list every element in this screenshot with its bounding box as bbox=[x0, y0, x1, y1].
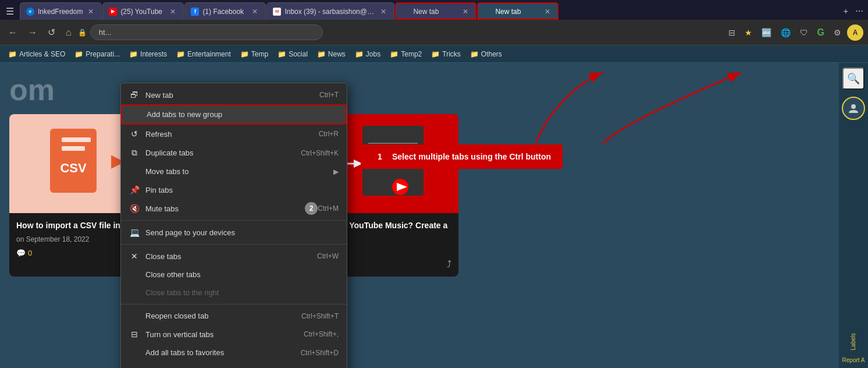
bookmark-news[interactable]: 📁 News bbox=[314, 48, 349, 60]
menu-item-pin-tabs-label: Pin tabs bbox=[145, 186, 173, 194]
bookmark-temp[interactable]: 📁 Temp bbox=[237, 48, 272, 60]
bookmark-jobs-label: Jobs bbox=[366, 50, 380, 58]
labels-text: Labels bbox=[850, 328, 856, 355]
split-screen-icon[interactable]: ⊟ bbox=[725, 26, 739, 40]
lock-icon: 🔒 bbox=[79, 29, 87, 37]
bookmark-folder-icon6: 📁 bbox=[278, 50, 286, 58]
vertical-tabs-icon: ⊟ bbox=[129, 330, 140, 339]
menu-item-new-tab-shortcut: Ctrl+T bbox=[319, 91, 339, 99]
menu-item-refresh[interactable]: ↺ Refresh Ctrl+R bbox=[121, 125, 347, 143]
menu-item-vertical-shortcut: Ctrl+Shift+, bbox=[304, 330, 339, 338]
menu-item-new-tab[interactable]: 🗗 New tab Ctrl+T bbox=[121, 86, 347, 104]
bookmarks-bar: 📁 Articles & SEO 📁 Preparati... 📁 Intere… bbox=[0, 45, 868, 63]
bookmark-folder-icon: 📁 bbox=[8, 50, 17, 58]
bookmark-social[interactable]: 📁 Social bbox=[274, 48, 311, 60]
tab-gmail[interactable]: M Inbox (39) - sarbasishon@gmail... ✕ bbox=[266, 2, 394, 20]
menu-item-close-right: Close tabs to the right bbox=[121, 284, 347, 302]
browser-settings-icon[interactable]: ⚙ bbox=[830, 26, 845, 40]
bookmark-temp2[interactable]: 📁 Temp2 bbox=[386, 48, 425, 60]
menu-item-mute-tabs[interactable]: 🔇 Mute tabs 2 Ctrl+M bbox=[121, 199, 347, 218]
menu-item-pin-tabs[interactable]: 📌 Pin tabs bbox=[121, 181, 347, 199]
tab-favicon-facebook: f bbox=[191, 8, 199, 16]
bookmark-folder-icon2: 📁 bbox=[74, 50, 83, 58]
bookmark-tricks[interactable]: 📁 Tricks bbox=[428, 48, 464, 60]
bookmark-interests[interactable]: 📁 Interests bbox=[126, 48, 170, 60]
menu-item-reopen-shortcut: Ctrl+Shift+T bbox=[301, 312, 339, 320]
menu-item-reopen[interactable]: Reopen closed tab Ctrl+Shift+T bbox=[121, 307, 347, 325]
card-csv-comment: 💬 0 bbox=[16, 249, 32, 257]
browser-extension4-icon[interactable]: G bbox=[814, 25, 828, 40]
browser-extension3-icon[interactable]: 🛡 bbox=[796, 26, 812, 40]
tab-favicon-gmail: M bbox=[273, 8, 281, 16]
forward-button[interactable]: → bbox=[24, 25, 41, 40]
bookmark-others[interactable]: 📁 Others bbox=[467, 48, 506, 60]
bookmark-folder-icon3: 📁 bbox=[129, 50, 138, 58]
profile-button[interactable]: A bbox=[847, 24, 863, 41]
bookmark-entertainment[interactable]: 📁 Entertainment bbox=[173, 48, 234, 60]
new-tab-button[interactable]: + bbox=[841, 4, 851, 18]
menu-item-close-other[interactable]: Close other tabs bbox=[121, 266, 347, 284]
tab-inkedfreedom[interactable]: e InkedFreedom ✕ bbox=[20, 2, 102, 20]
bookmark-social-label: Social bbox=[289, 50, 308, 58]
tab-newtab2[interactable]: New tab ✕ bbox=[477, 2, 558, 20]
tab-facebook[interactable]: f (1) Facebook ✕ bbox=[184, 2, 266, 20]
menu-item-add-favorites[interactable]: Add all tabs to favorites Ctrl+Shift+D bbox=[121, 344, 347, 362]
send-page-icon: 💻 bbox=[129, 228, 140, 237]
search-sidebar-button[interactable]: 🔍 bbox=[842, 68, 865, 90]
tab-label-gmail: Inbox (39) - sarbasishon@gmail... bbox=[284, 8, 375, 16]
bookmark-jobs[interactable]: 📁 Jobs bbox=[351, 48, 384, 60]
tab-close-gmail[interactable]: ✕ bbox=[379, 7, 388, 16]
bookmark-articles-seo[interactable]: 📁 Articles & SEO bbox=[5, 48, 69, 60]
tab-close-facebook[interactable]: ✕ bbox=[250, 7, 259, 16]
refresh-menu-icon: ↺ bbox=[129, 129, 140, 139]
browser-extension2-icon[interactable]: 🌐 bbox=[777, 26, 794, 40]
menu-item-send-page[interactable]: 💻 Send page to your devices bbox=[121, 223, 347, 242]
menu-item-add-collections[interactable]: ⊟ Add all selected tabs to Collections ▶ bbox=[121, 362, 347, 368]
tab-label-newtab1: New tab bbox=[413, 8, 457, 16]
mute-tabs-icon: 🔇 bbox=[129, 204, 140, 213]
bookmark-preparati[interactable]: 📁 Preparati... bbox=[71, 48, 123, 60]
menu-item-mute-tabs-label: Mute tabs bbox=[145, 204, 179, 213]
refresh-button[interactable]: ↺ bbox=[44, 24, 59, 40]
svg-point-23 bbox=[851, 104, 856, 109]
share-icon-youtube[interactable]: ⤴ bbox=[447, 259, 451, 270]
callout-1-number: 1 bbox=[372, 149, 387, 164]
callout-1-text: Select multiple tabs using the Ctrl butt… bbox=[392, 152, 551, 161]
menu-item-move-tabs-label: Move tabs to bbox=[145, 167, 188, 176]
main-area: om CSV ▶▶▶ bbox=[0, 63, 868, 368]
menu-item-send-page-label: Send page to your devices bbox=[145, 228, 235, 237]
svg-rect-1 bbox=[62, 137, 91, 142]
tab-favicon-inkedfreedom: e bbox=[26, 8, 34, 16]
back-button[interactable]: ← bbox=[5, 25, 21, 40]
menu-item-duplicate[interactable]: ⧉ Duplicate tabs Ctrl+Shift+K bbox=[121, 143, 347, 162]
favorites-star-icon[interactable]: ★ bbox=[741, 26, 756, 40]
bookmark-interests-label: Interests bbox=[140, 50, 167, 58]
menu-item-add-favorites-shortcut: Ctrl+Shift+D bbox=[301, 349, 339, 357]
tab-close-newtab1[interactable]: ✕ bbox=[461, 7, 470, 16]
avatar bbox=[842, 97, 865, 120]
menu-item-vertical-tabs[interactable]: ⊟ Turn on vertical tabs Ctrl+Shift+, bbox=[121, 325, 347, 344]
sidebar-toggle-button[interactable]: ☰ bbox=[2, 3, 17, 19]
bookmark-folder-icon9: 📁 bbox=[390, 50, 399, 58]
menu-item-close-tabs[interactable]: ✕ Close tabs Ctrl+W bbox=[121, 247, 347, 266]
bookmark-others-label: Others bbox=[481, 50, 502, 58]
tab-close-inkedfreedom[interactable]: ✕ bbox=[86, 7, 95, 16]
menu-separator-3 bbox=[121, 304, 347, 305]
bookmark-temp-label: Temp bbox=[251, 50, 268, 58]
menu-item-add-tabs-group[interactable]: Add tabs to new group bbox=[121, 104, 347, 125]
bookmark-folder-icon7: 📁 bbox=[317, 50, 326, 58]
home-button[interactable]: ⌂ bbox=[62, 25, 75, 40]
menu-item-move-tabs[interactable]: Move tabs to ▶ bbox=[121, 162, 347, 181]
new-tab-menu-icon: 🗗 bbox=[129, 90, 140, 100]
browser-menu-button[interactable]: ⋯ bbox=[853, 4, 866, 18]
menu-item-close-other-label: Close other tabs bbox=[145, 270, 201, 279]
tab-close-newtab2[interactable]: ✕ bbox=[543, 7, 552, 16]
menu-item-new-tab-label: New tab bbox=[145, 91, 173, 100]
tab-youtube[interactable]: ▶ (25) YouTube ✕ bbox=[102, 2, 184, 20]
tab-close-youtube[interactable]: ✕ bbox=[168, 7, 177, 16]
browser-extension1-icon[interactable]: 🔤 bbox=[758, 26, 775, 40]
tab-newtab1[interactable]: New tab ✕ bbox=[395, 2, 476, 20]
svg-text:CSV: CSV bbox=[60, 161, 87, 175]
bookmark-entertainment-label: Entertainment bbox=[187, 50, 231, 58]
address-input[interactable] bbox=[90, 24, 323, 40]
